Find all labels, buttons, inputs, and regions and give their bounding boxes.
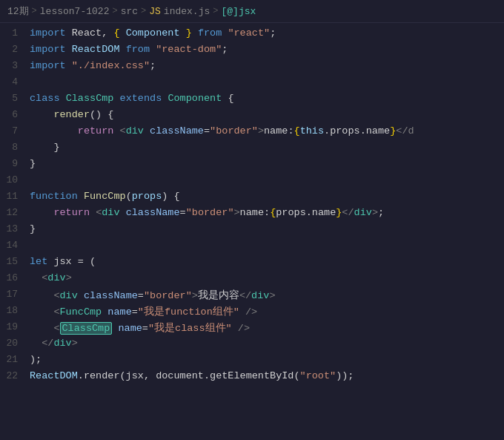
- line-number: 20: [0, 337, 30, 349]
- breadcrumb-sep-4: >: [213, 6, 218, 16]
- line-number: 19: [0, 321, 30, 332]
- line-number: 16: [0, 272, 30, 283]
- line-number: 18: [0, 304, 30, 316]
- breadcrumb-item-filename: index.js: [164, 6, 210, 17]
- line-number: 5: [0, 92, 30, 104]
- line-content: <FuncCmp name="我是function组件" />: [30, 304, 504, 318]
- code-line: 15 let jsx = (: [0, 255, 504, 271]
- code-line: 11 function FuncCmp(props) {: [0, 189, 504, 206]
- line-number: 10: [0, 174, 30, 185]
- line-content: import "./index.css";: [30, 59, 504, 71]
- line-number: 6: [0, 108, 30, 120]
- breadcrumb-item-12: 12期: [7, 4, 29, 18]
- line-content: [30, 76, 504, 88]
- line-number: 12: [0, 206, 30, 218]
- code-line: 14: [0, 238, 504, 255]
- code-line: 17 <div className="border">我是内容</div>: [0, 287, 504, 303]
- line-number: 11: [0, 190, 30, 202]
- code-line: 9 }: [0, 157, 504, 173]
- line-number: 13: [0, 223, 30, 234]
- line-number: 8: [0, 141, 30, 153]
- code-line: 16 <div>: [0, 271, 504, 287]
- line-number: 17: [0, 288, 30, 300]
- code-line: 7 return <div className="border">name:{t…: [0, 124, 504, 140]
- breadcrumb-item-src: src: [121, 6, 138, 17]
- line-content: );: [30, 353, 504, 365]
- code-line: 22 ReactDOM.render(jsx, document.getElem…: [0, 369, 504, 385]
- line-number: 14: [0, 239, 30, 251]
- breadcrumb-item-lesson: lesson7-1022: [40, 6, 110, 17]
- line-number: 3: [0, 59, 30, 71]
- code-line: 5 class ClassCmp extends Component {: [0, 91, 504, 108]
- code-line: 3 import "./index.css";: [0, 59, 504, 75]
- line-content: }: [30, 141, 504, 153]
- line-content: import ReactDOM from "react-dom";: [30, 43, 504, 55]
- line-number: 22: [0, 370, 30, 381]
- line-content: function FuncCmp(props) {: [30, 190, 504, 202]
- line-content: }: [30, 223, 504, 234]
- line-content: <div>: [30, 272, 504, 283]
- breadcrumb-bar: 12期 > lesson7-1022 > src > JS index.js >…: [0, 0, 504, 23]
- code-line: 21 );: [0, 352, 504, 369]
- line-number: 7: [0, 125, 30, 137]
- line-number: 2: [0, 43, 30, 55]
- code-line: 12 return <div className="border">name:{…: [0, 206, 504, 222]
- line-content: </div>: [30, 337, 504, 349]
- breadcrumb-sep-3: >: [141, 6, 146, 16]
- line-number: 15: [0, 255, 30, 267]
- code-line: 1 import React, { Component } from "reac…: [0, 26, 504, 42]
- code-line: 13 }: [0, 222, 504, 238]
- breadcrumb-item-js: JS: [149, 6, 161, 17]
- line-content: <div className="border">我是内容</div>: [30, 288, 504, 302]
- code-line: 10: [0, 173, 504, 189]
- code-editor: 1 import React, { Component } from "reac…: [0, 23, 504, 439]
- breadcrumb-sep-1: >: [32, 6, 37, 16]
- line-content: render() {: [30, 108, 504, 120]
- line-content: return <div className="border">name:{pro…: [30, 206, 504, 218]
- line-content: [30, 239, 504, 251]
- code-line: 4: [0, 75, 504, 91]
- code-line: 19 <ClassCmp name="我是class组件" />: [0, 320, 504, 336]
- line-number: 1: [0, 27, 30, 39]
- line-content: class ClassCmp extends Component {: [30, 92, 504, 104]
- code-line: 20 </div>: [0, 336, 504, 352]
- line-number: 9: [0, 157, 30, 169]
- line-content: ReactDOM.render(jsx, document.getElement…: [30, 370, 504, 381]
- breadcrumb-item-jsx: [@]jsx: [221, 6, 256, 17]
- code-line: 2 import ReactDOM from "react-dom";: [0, 42, 504, 59]
- line-content: <ClassCmp name="我是class组件" />: [30, 321, 504, 335]
- line-number: 4: [0, 76, 30, 88]
- line-number: 21: [0, 353, 30, 365]
- line-content: }: [30, 157, 504, 169]
- breadcrumb-sep-2: >: [112, 6, 117, 16]
- line-content: return <div className="border">name:{thi…: [30, 125, 504, 137]
- code-line: 18 <FuncCmp name="我是function组件" />: [0, 303, 504, 320]
- code-line: 8 }: [0, 140, 504, 157]
- line-content: import React, { Component } from "react"…: [30, 27, 504, 39]
- code-line: 6 render() {: [0, 108, 504, 124]
- line-content: [30, 174, 504, 185]
- line-content: let jsx = (: [30, 255, 504, 267]
